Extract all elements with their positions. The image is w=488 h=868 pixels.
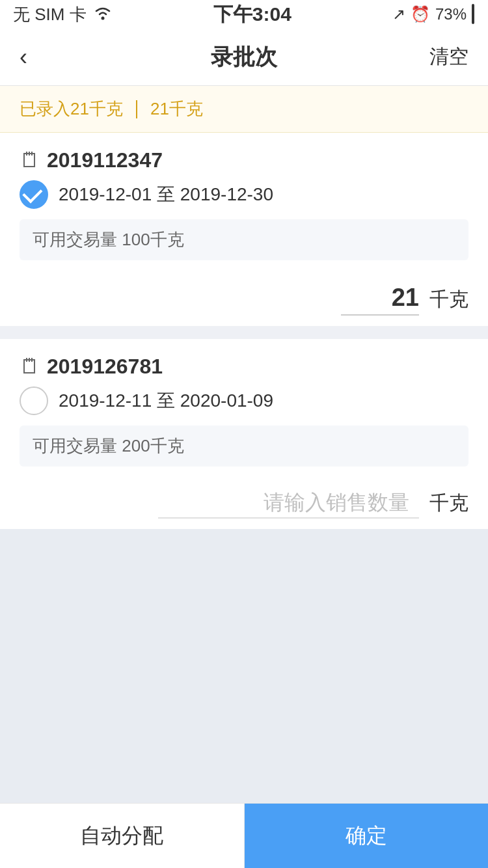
avail-qty-1: 可用交易量 100千克 <box>20 219 468 260</box>
radio-2[interactable] <box>20 387 48 415</box>
card-separator-1 <box>0 326 488 339</box>
wifi-icon <box>93 5 113 25</box>
battery-percent: 73% <box>435 5 467 23</box>
page-title: 录批次 <box>211 42 277 72</box>
batch-id-1: 2019112347 <box>47 148 163 172</box>
status-bar: 无 SIM 卡 下午3:04 ↗ ⏰ 73% <box>0 0 488 29</box>
avail-qty-2: 可用交易量 200千克 <box>20 426 468 467</box>
input-unit-2: 千克 <box>429 490 468 517</box>
status-time: 下午3:04 <box>213 1 291 28</box>
qty-input-2[interactable] <box>158 491 419 515</box>
amount-row-1: 21 千克 <box>0 273 488 326</box>
input-row-2: 千克 <box>0 480 488 529</box>
amount-unit-1: 千克 <box>429 286 468 313</box>
info-bar: 已录入21千克 21千克 <box>0 86 488 133</box>
alarm-icon: ⏰ <box>411 5 430 23</box>
batch-doc-icon-1: 🗒 <box>20 148 40 172</box>
radio-1[interactable] <box>20 180 48 209</box>
status-right: ↗ ⏰ 73% <box>392 5 475 23</box>
batch-doc-icon-2: 🗒 <box>20 355 40 379</box>
empty-area <box>0 529 488 815</box>
status-left: 无 SIM 卡 <box>13 3 113 26</box>
batch-id-2: 2019126781 <box>47 355 163 379</box>
svg-point-0 <box>101 16 104 20</box>
batch-date-1: 2019-12-01 至 2019-12-30 <box>59 182 273 207</box>
batch-date-2: 2019-12-11 至 2020-01-09 <box>59 388 273 413</box>
input-wrap[interactable] <box>158 491 419 519</box>
batch-card-1: 🗒 2019112347 2019-12-01 至 2019-12-30 可用交… <box>0 133 488 326</box>
recorded-amount: 已录入21千克 <box>20 98 123 120</box>
auto-distribute-button[interactable]: 自动分配 <box>0 804 245 868</box>
amount-value-wrap: 21 <box>341 284 419 316</box>
batch-card-2: 🗒 2019126781 2019-12-11 至 2020-01-09 可用交… <box>0 339 488 529</box>
info-divider <box>136 100 137 118</box>
confirm-button[interactable]: 确定 <box>245 804 489 868</box>
total-amount: 21千克 <box>150 98 203 120</box>
battery-icon <box>472 5 475 23</box>
no-sim-text: 无 SIM 卡 <box>13 3 87 26</box>
input-underline <box>158 517 419 519</box>
nav-bar: ‹ 录批次 清空 <box>0 29 488 86</box>
bottom-bar: 自动分配 确定 <box>0 803 488 868</box>
amount-value-1: 21 <box>392 284 419 311</box>
clear-button[interactable]: 清空 <box>429 44 468 70</box>
location-icon: ↗ <box>392 5 405 23</box>
back-button[interactable]: ‹ <box>20 44 59 71</box>
